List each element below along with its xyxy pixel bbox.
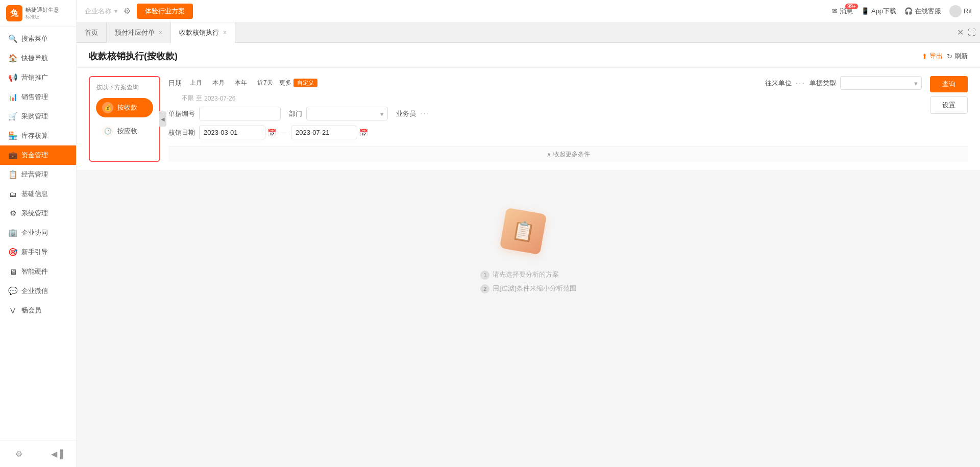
sidebar-label-purchase: 采购管理 — [21, 112, 48, 121]
filter-option-by-receipt[interactable]: 💰 按收款 — [96, 98, 153, 117]
verify-date-end-wrap: 📅 — [291, 126, 368, 139]
doc-no-field: 单据编号 — [168, 107, 281, 120]
verify-date-end-input[interactable] — [291, 126, 357, 139]
settings-bottom-btn[interactable]: ⚙ — [10, 445, 28, 463]
sidebar-item-sales[interactable]: 📊 销售管理 — [0, 87, 76, 107]
user-menu-button[interactable]: Rit — [949, 5, 972, 17]
sidebar-item-member[interactable]: V 畅会员 — [0, 301, 76, 320]
sidebar-item-funds[interactable]: 💼 资金管理 — [0, 145, 76, 165]
tab-verify[interactable]: 收款核销执行 × — [171, 22, 235, 43]
sidebar-label-hardware: 智能硬件 — [21, 267, 48, 276]
verify-start-cal-icon[interactable]: 📅 — [267, 129, 276, 137]
tab-expand-btn[interactable]: ⛶ — [968, 28, 976, 37]
date-this-year[interactable]: 本年 — [231, 78, 251, 88]
tab-home[interactable]: 首页 — [77, 22, 107, 43]
dept-select-wrap — [306, 107, 388, 120]
empty-icon-inner: 📋 — [500, 208, 547, 255]
sidebar-item-purchase[interactable]: 🛒 采购管理 — [0, 107, 76, 126]
topbar-right: ✉ 消息 99+ 📱 App下载 🎧 在线客服 Rit — [832, 5, 972, 17]
tabbar: 首页 预付冲应付单 × 收款核销执行 × ✕ ⛶ — [77, 22, 980, 43]
verify-date-start-wrap: 📅 — [199, 126, 276, 139]
sidebar-label-quicknav: 快捷导航 — [21, 54, 48, 63]
sidebar-item-hardware[interactable]: 🖥 智能硬件 — [0, 262, 76, 281]
sidebar-item-guide[interactable]: 🎯 新手引导 — [0, 242, 76, 262]
receipt-icon: 💰 — [102, 102, 113, 113]
by-receivable-label: 按应收 — [117, 127, 137, 136]
filter-right: 日期 上月 本月 本年 近7天 更多 自定义 — [168, 76, 968, 162]
user-name-label: Rit — [964, 7, 972, 15]
page-title: 收款核销执行(按收款) — [89, 50, 178, 62]
verify-date-start-input[interactable] — [199, 126, 265, 139]
sidebar-item-basic[interactable]: 🗂 基础信息 — [0, 184, 76, 204]
home-tab-label: 首页 — [85, 28, 98, 37]
member-icon: V — [8, 306, 17, 315]
refresh-button[interactable]: ↻ 刷新 — [947, 52, 968, 61]
doc-no-label: 单据编号 — [168, 109, 195, 118]
sidebar-bottom: ⚙ ◀▐ — [0, 440, 76, 467]
empty-hints: 1 请先选择要分析的方案 2 用[过滤]条件来缩小分析范围 — [480, 270, 576, 298]
user-avatar — [949, 5, 962, 17]
date-this-month[interactable]: 本月 — [208, 78, 229, 88]
date-field: 日期 上月 本月 本年 近7天 更多 自定义 — [168, 78, 317, 88]
settings-gear-icon[interactable]: ⚙ — [124, 6, 131, 16]
date-last-month[interactable]: 上月 — [186, 78, 206, 88]
sidebar-item-wechat[interactable]: 💬 企业微信 — [0, 281, 76, 301]
dept-select[interactable] — [306, 107, 388, 120]
brand-name: 企业名称 — [85, 7, 111, 16]
staff-ellipsis: ··· — [420, 109, 430, 118]
app-name-wrap: 畅捷通好生意 标准版 — [26, 6, 59, 20]
sidebar-item-marketing[interactable]: 📢 营销推广 — [0, 68, 76, 87]
date-to: 至 — [196, 94, 202, 103]
collapse-filter-btn[interactable]: ◀ — [159, 111, 166, 127]
tab-prepay-close-icon[interactable]: × — [159, 29, 162, 36]
sidebar-label-guide: 新手引导 — [21, 248, 48, 257]
sidebar-item-enterprise[interactable]: 🏢 企业协同 — [0, 223, 76, 242]
sidebar-label-search: 搜索菜单 — [21, 34, 48, 43]
date-7days[interactable]: 近7天 — [253, 78, 277, 88]
sidebar-label-member: 畅会员 — [21, 306, 41, 315]
logo-icon: 兔 — [6, 5, 22, 21]
query-button[interactable]: 查询 — [930, 76, 968, 92]
empty-hint-2: 2 用[过滤]条件来缩小分析范围 — [480, 284, 576, 293]
more-conditions-button[interactable]: ∧ 收起更多条件 — [547, 150, 590, 159]
message-button[interactable]: ✉ 消息 99+ — [832, 7, 853, 16]
date-shortcuts: 上月 本月 本年 近7天 更多 自定义 — [186, 78, 317, 88]
sidebar-label-sales: 销售管理 — [21, 92, 48, 102]
app-logo: 兔 畅捷通好生意 标准版 — [0, 0, 76, 27]
empty-state: 📋 1 请先选择要分析的方案 2 用[过滤]条件来缩小分析范围 — [77, 170, 980, 338]
sidebar-item-quicknav[interactable]: 🏠 快捷导航 — [0, 48, 76, 68]
wechat-icon: 💬 — [8, 286, 17, 296]
operations-icon: 📋 — [8, 170, 17, 179]
sidebar-item-search[interactable]: 🔍 搜索菜单 — [0, 29, 76, 48]
tab-prepay-label: 预付冲应付单 — [115, 28, 155, 37]
app-download-button[interactable]: 📱 App下载 — [861, 7, 896, 16]
online-service-button[interactable]: 🎧 在线客服 — [904, 7, 941, 16]
tab-close-btn[interactable]: ✕ — [957, 28, 964, 37]
verify-end-cal-icon[interactable]: 📅 — [359, 129, 368, 137]
doc-type-select[interactable] — [840, 76, 922, 90]
sidebar-label-basic: 基础信息 — [21, 189, 48, 199]
filter-area: 按以下方案查询 💰 按收款 🕐 按应收 ◀ — [77, 68, 980, 170]
date-custom-badge[interactable]: 自定义 — [293, 79, 317, 87]
tab-verify-close-icon[interactable]: × — [223, 29, 227, 36]
filter-option-by-receivable[interactable]: 🕐 按应收 — [96, 121, 153, 141]
receivable-icon: 🕐 — [102, 126, 113, 137]
filter-row-docno: 单据编号 部门 — [168, 107, 922, 120]
dept-field: 部门 — [289, 107, 388, 120]
sidebar-label-enterprise: 企业协同 — [21, 228, 48, 237]
settings-button[interactable]: 设置 — [930, 96, 968, 114]
date-more-btn[interactable]: 更多 — [279, 79, 291, 87]
solution-button[interactable]: 体验行业方案 — [137, 4, 193, 19]
app-badge: 标准版 — [26, 14, 59, 20]
doc-no-input[interactable] — [199, 107, 281, 120]
hint-text-2: 用[过滤]条件来缩小分析范围 — [493, 284, 576, 293]
sidebar-item-operations[interactable]: 📋 经营管理 — [0, 165, 76, 184]
staff-field: 业务员 ··· — [396, 109, 430, 118]
sidebar-item-inventory[interactable]: 🏪 库存核算 — [0, 126, 76, 145]
sidebar-item-system[interactable]: ⚙ 系统管理 — [0, 204, 76, 223]
export-icon: ⬆ — [922, 53, 927, 60]
collapse-sidebar-btn[interactable]: ◀▐ — [48, 445, 66, 463]
tab-prepay[interactable]: 预付冲应付单 × — [107, 22, 171, 43]
export-button[interactable]: ⬆ 导出 — [922, 52, 943, 61]
sidebar-label-marketing: 营销推广 — [21, 73, 48, 82]
